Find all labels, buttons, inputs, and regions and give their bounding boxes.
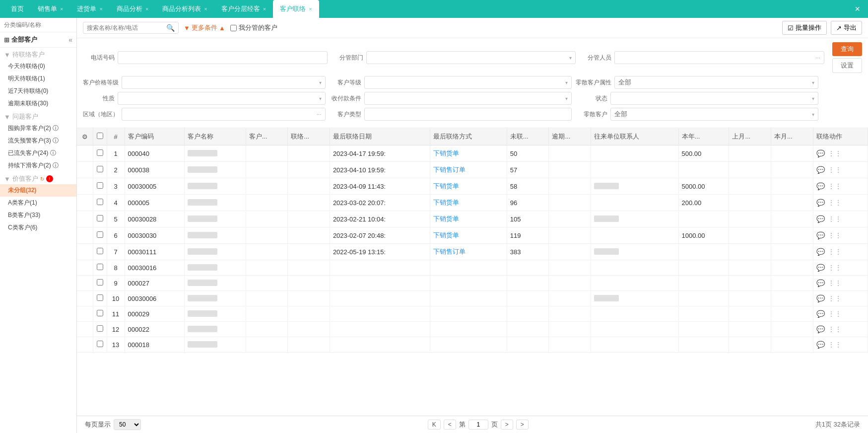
more-action-icon[interactable]: ⋮⋮ — [828, 294, 842, 302]
sidebar-item-tomorrow[interactable]: 明天待联络(1) — [0, 72, 76, 85]
td-checkbox[interactable] — [93, 244, 107, 260]
th-checkbox[interactable] — [93, 128, 107, 145]
sidebar-item-7days[interactable]: 近7天待联络(0) — [0, 85, 76, 97]
row-checkbox[interactable] — [97, 341, 103, 347]
sidebar-item-churned[interactable]: 已流失客户(24) ⓘ — [0, 147, 76, 159]
last-way-link[interactable]: 下销货单 — [433, 199, 459, 206]
last-way-link[interactable]: 下销货单 — [433, 149, 459, 157]
td-last-way[interactable]: 下销售订单 — [430, 244, 507, 260]
nav-tab-customer-seg[interactable]: 客户分层经客 × — [214, 0, 273, 18]
filter-more-btn[interactable]: ▼ 更多条件 ▲ — [184, 23, 225, 32]
filter-retail-cust-select[interactable]: 全部▾ — [610, 108, 818, 121]
nav-tab-customer-contact-close[interactable]: × — [309, 6, 312, 12]
td-checkbox[interactable] — [93, 145, 107, 162]
last-page-btn[interactable]: > — [516, 420, 529, 430]
sidebar-all-customers[interactable]: ⊞ 全部客户 « — [0, 32, 76, 48]
filter-status-select[interactable]: ▾ — [610, 92, 818, 105]
sidebar-item-b-class[interactable]: B类客户(33) — [0, 209, 76, 221]
row-checkbox[interactable] — [97, 248, 103, 254]
filter-retail-attr-select[interactable]: 全部▾ — [614, 76, 818, 89]
filter-person-input[interactable]: ··· — [614, 51, 824, 64]
export-btn[interactable]: ↗ 导出 — [831, 21, 862, 35]
chat-icon[interactable]: 💬 — [816, 149, 825, 157]
nav-tab-customer-seg-close[interactable]: × — [263, 6, 266, 12]
batch-op-btn[interactable]: ☑ 批量操作 — [782, 21, 827, 35]
nav-tab-analysis-list-close[interactable]: × — [204, 6, 207, 12]
prev-page-btn[interactable]: < — [444, 420, 456, 430]
more-action-icon[interactable]: ⋮⋮ — [828, 149, 842, 157]
more-action-icon[interactable]: ⋮⋮ — [828, 182, 842, 190]
filter-customer-level-select[interactable]: ▾ — [364, 76, 572, 89]
nav-tab-analysis-close[interactable]: × — [145, 6, 148, 12]
row-checkbox[interactable] — [97, 149, 103, 156]
nav-tab-customer-contact[interactable]: 客户联络 × — [273, 0, 319, 18]
nav-tab-purchase-close[interactable]: × — [99, 6, 102, 12]
chat-icon[interactable]: 💬 — [816, 231, 825, 239]
chat-icon[interactable]: 💬 — [816, 166, 825, 174]
filter-dept-select[interactable]: ▾ — [366, 51, 576, 64]
chat-icon[interactable]: 💬 — [816, 264, 825, 272]
filter-search-box[interactable]: 🔍 — [83, 22, 179, 34]
chat-icon[interactable]: 💬 — [816, 310, 825, 318]
first-page-btn[interactable]: K — [428, 420, 441, 430]
group-problem[interactable]: ▼ 问题客户 — [0, 110, 76, 122]
sidebar-item-c-class[interactable]: C类客户(6) — [0, 221, 76, 234]
chat-icon[interactable]: 💬 — [816, 341, 825, 349]
group-pending-contact[interactable]: ▼ 待联络客户 — [0, 48, 76, 60]
row-checkbox[interactable] — [97, 182, 103, 189]
td-last-way[interactable]: 下销货单 — [430, 227, 507, 244]
reset-btn[interactable]: 设置 — [832, 58, 862, 73]
more-action-icon[interactable]: ⋮⋮ — [828, 231, 842, 239]
td-checkbox[interactable] — [93, 276, 107, 291]
td-checkbox[interactable] — [93, 211, 107, 227]
td-checkbox[interactable] — [93, 306, 107, 322]
more-action-icon[interactable]: ⋮⋮ — [828, 341, 842, 349]
sidebar-item-declining[interactable]: 持续下滑客户(2) ⓘ — [0, 159, 76, 172]
close-all-tabs[interactable]: × — [851, 4, 864, 14]
td-last-way[interactable] — [430, 260, 507, 276]
td-last-way[interactable]: 下销货单 — [430, 195, 507, 211]
last-way-link[interactable]: 下销货单 — [433, 215, 459, 222]
page-input[interactable] — [468, 420, 488, 430]
sidebar-collapse-btn[interactable]: « — [68, 36, 72, 44]
td-last-way[interactable]: 下销售订单 — [430, 162, 507, 178]
td-checkbox[interactable] — [93, 260, 107, 276]
filter-search-input[interactable] — [87, 24, 166, 31]
more-action-icon[interactable]: ⋮⋮ — [828, 310, 842, 318]
filter-region-input[interactable]: ··· — [122, 108, 326, 121]
td-last-way[interactable] — [430, 291, 507, 306]
td-last-way[interactable]: 下销货单 — [430, 145, 507, 162]
chat-icon[interactable]: 💬 — [816, 294, 825, 302]
chat-icon[interactable]: 💬 — [816, 182, 825, 190]
sidebar-item-abnormal[interactable]: 囤购异常客户(2) ⓘ — [0, 122, 76, 135]
last-way-link[interactable]: 下销货单 — [433, 182, 459, 190]
filter-nature-select[interactable]: ▾ — [118, 92, 326, 105]
td-checkbox[interactable] — [93, 162, 107, 178]
filter-price-level-select[interactable]: ▾ — [122, 76, 326, 89]
sidebar-item-overdue[interactable]: 逾期未联络(30) — [0, 97, 76, 110]
sidebar-search-input[interactable] — [4, 21, 77, 28]
filter-phone-input[interactable] — [118, 51, 328, 64]
chat-icon[interactable]: 💬 — [816, 248, 825, 256]
last-way-link[interactable]: 下销售订单 — [433, 166, 466, 173]
nav-home[interactable]: 首页 — [4, 4, 31, 13]
row-checkbox[interactable] — [97, 215, 103, 221]
chat-icon[interactable]: 💬 — [816, 215, 825, 223]
chat-icon[interactable]: 💬 — [816, 199, 825, 207]
select-all-checkbox[interactable] — [97, 133, 103, 139]
more-action-icon[interactable]: ⋮⋮ — [828, 264, 842, 272]
row-checkbox[interactable] — [97, 199, 103, 205]
td-last-way[interactable] — [430, 337, 507, 353]
sidebar-item-ungroup[interactable]: 未分组(32) — [0, 184, 76, 197]
td-checkbox[interactable] — [93, 337, 107, 353]
pagesize-select[interactable]: 50 100 200 — [114, 419, 141, 430]
td-checkbox[interactable] — [93, 322, 107, 337]
more-action-icon[interactable]: ⋮⋮ — [828, 166, 842, 174]
filter-cust-type-input[interactable] — [364, 108, 572, 121]
more-action-icon[interactable]: ⋮⋮ — [828, 215, 842, 223]
td-last-way[interactable] — [430, 322, 507, 337]
chat-icon[interactable]: 💬 — [816, 279, 825, 287]
row-checkbox[interactable] — [97, 279, 103, 286]
filter-payment-select[interactable]: ▾ — [364, 92, 572, 105]
sidebar-search-bar[interactable]: 🔍 — [0, 18, 76, 32]
